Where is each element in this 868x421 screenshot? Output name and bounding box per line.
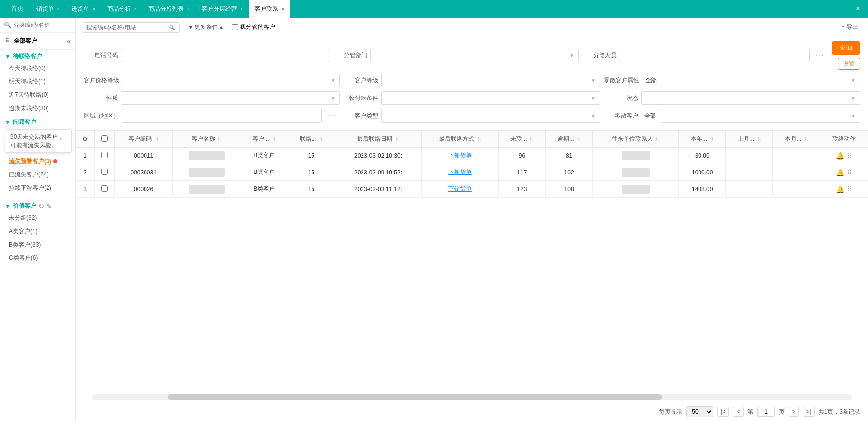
contact-icon[interactable]: 🔔 [836,169,844,176]
filter-manager-select[interactable] [620,49,810,62]
contact-icon[interactable]: 🔔 [836,152,844,160]
more-actions-icon[interactable]: ⠿ [847,185,852,193]
filter-scatter-select[interactable]: ▼ [661,109,860,123]
settings-button[interactable]: 设置 [838,58,860,70]
row-overdue-days: 81 [545,148,592,164]
col-last-contact-method[interactable]: 最后联络方式 ⇅ [422,131,499,148]
filter-price-label: 客户价格等级 [84,76,119,85]
col-current-year[interactable]: 本年... ⇅ [679,131,726,148]
last-page-button[interactable]: >| [803,407,815,417]
sidebar-item-class-b[interactable]: B类客户(33) [0,238,75,251]
filter-customer-level-select[interactable]: ▼ [381,74,600,87]
close-icon[interactable]: × [57,6,60,12]
nav-tab-customer-contact[interactable]: 客户联系 × [249,0,290,18]
more-actions-icon[interactable]: ⠿ [847,169,852,176]
col-settings[interactable]: ⚙ [76,131,94,148]
nav-tab-sales[interactable]: 销货单 × [30,0,66,18]
contact-icon[interactable]: 🔔 [836,185,844,193]
settings-icon[interactable]: ⚙ [82,136,88,143]
export-button[interactable]: ↑ 导出 [837,22,862,33]
sidebar-item-declining[interactable]: 持续下滑客户(2) [0,181,75,195]
row-checkbox[interactable] [94,181,114,198]
row-last-contact-method[interactable]: 下销货单 [422,148,499,164]
row-checkbox[interactable] [94,148,114,164]
col-customer-name[interactable]: 客户名称 ⇅ [172,131,241,148]
filter-status-label: 状态 [604,94,638,102]
first-page-button[interactable]: |< [717,407,729,417]
col-no-contact-days[interactable]: 未联... ⇅ [498,131,545,148]
row-last-contact-method[interactable]: 下销货单 [422,181,499,198]
close-icon[interactable]: × [240,6,243,12]
sidebar-item-class-a[interactable]: A类客户(1) [0,225,75,238]
col-customer-code[interactable]: 客户编码 ⇅ [115,131,172,148]
nav-tab-analysis-list[interactable]: 商品分析列表 × [143,0,195,18]
nav-tab-purchase[interactable]: 进货单 × [66,0,101,18]
col-overdue-days[interactable]: 逾期... ⇅ [545,131,592,148]
sidebar-search-input[interactable] [13,22,76,28]
filter-price-select[interactable]: ▼ [122,74,340,87]
filter-phone-input[interactable] [121,49,329,62]
more-icon[interactable]: ··· [325,111,340,120]
sidebar-item-churn-warning[interactable]: 流失预警客户(3) [0,155,75,168]
close-all-button[interactable]: × [852,4,864,13]
collapse-icon[interactable]: « [67,37,71,45]
page-size-select[interactable]: 50 100 200 [686,406,713,417]
page-number-input[interactable] [757,407,775,417]
filter-status-select[interactable]: ▼ [641,91,860,105]
sidebar-item-ungrouped[interactable]: 未分组(32) [0,211,75,224]
col-last-month[interactable]: 上月... ⇅ [726,131,773,148]
sidebar-group-problem[interactable]: ▼ 问题客户 [0,115,75,127]
more-icon[interactable]: ··· [813,51,828,60]
prev-page-button[interactable]: < [733,407,743,417]
table-row: 3 000026 ░░░░ B类客户 15 2023-02-03 11:12: … [76,181,868,198]
col-last-contact-date[interactable]: 最后联络日期 ⇅ [335,131,421,148]
filter-scatter-value: 全部 [644,112,656,120]
col-contact-person[interactable]: 往来单位联系人 ⇅ [593,131,679,148]
more-conditions-button[interactable]: ▼ 更多条件 ▲ [184,22,228,33]
refresh-icon[interactable]: ↻ [38,202,44,210]
col-customer-type[interactable]: 客户... ⇅ [241,131,288,148]
col-contact[interactable]: 联络... ⇅ [288,131,335,148]
search-input[interactable] [86,24,168,31]
row-checkbox[interactable] [94,164,114,181]
filter-dept-select[interactable]: ▼ [370,49,579,62]
my-customers-checkbox-container[interactable]: 我分管的客户 [232,23,275,31]
filter-nature-select[interactable]: ▼ [121,91,340,105]
query-button[interactable]: 查询 [832,41,860,55]
nav-tab-analysis[interactable]: 商品分析 × [101,0,143,18]
sidebar-item-churned[interactable]: 已流失客户(24) [0,168,75,181]
edit-icon[interactable]: ✎ [46,202,52,210]
sidebar-group-value[interactable]: ▼ 价值客户 ↻ ✎ [0,199,75,211]
main-layout: 🔍 ⠿ 全部客户 « ▼ 待联络客户 今天待联络(0) 明天待联络(1) 近7天… [0,18,868,421]
row-index: 2 [76,164,94,181]
sidebar-item-class-c[interactable]: C类客户(6) [0,251,75,265]
close-icon[interactable]: × [281,6,284,12]
nav-tab-customer-layer[interactable]: 客户分层经营 × [196,0,249,18]
row-last-month [726,148,773,164]
alert-indicator [53,159,57,163]
col-current-month[interactable]: 本月... ⇅ [773,131,820,148]
sidebar-item-today-pending[interactable]: 今天待联络(0) [0,62,75,75]
scrollbar-thumb[interactable] [168,394,662,400]
col-checkbox[interactable] [94,131,114,148]
filter-customer-type-select[interactable]: ▼ [381,109,600,123]
close-icon[interactable]: × [134,6,137,12]
sidebar-group-pending[interactable]: ▼ 待联络客户 [0,50,75,62]
select-all-checkbox[interactable] [101,135,108,142]
sidebar-item-overdue-pending[interactable]: 逾期未联络(30) [0,102,75,115]
horizontal-scrollbar[interactable] [92,394,852,400]
my-customers-checkbox[interactable] [232,24,238,30]
more-actions-icon[interactable]: ⠿ [847,152,852,160]
filter-payment-select[interactable]: ▼ [381,91,600,105]
sidebar-all-customers[interactable]: ⠿ 全部客户 « [0,33,75,50]
next-page-button[interactable]: > [789,407,799,417]
close-icon[interactable]: × [92,6,95,12]
close-icon[interactable]: × [187,6,190,12]
sidebar-item-tomorrow-pending[interactable]: 明天待联络(1) [0,75,75,88]
nav-tab-home[interactable]: 首页 [4,0,30,18]
filter-scatter-attr-select[interactable]: ▼ [662,74,860,87]
filter-region-select[interactable] [122,109,322,123]
search-icon[interactable]: 🔍 [168,24,175,31]
row-last-contact-method[interactable]: 下销货单 [422,164,499,181]
sidebar-item-7day-pending[interactable]: 近7天待联络(0) [0,88,75,101]
